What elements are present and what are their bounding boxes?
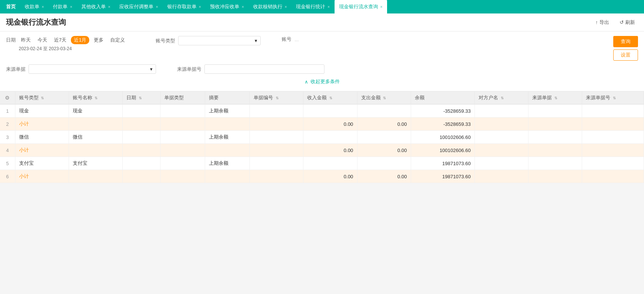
row-date bbox=[122, 157, 160, 170]
row-number: 6 bbox=[0, 170, 15, 183]
nav-close-ar-ap[interactable]: × bbox=[156, 0, 158, 13]
query-button[interactable]: 查询 bbox=[613, 36, 638, 47]
page-title: 现金银行流水查询 bbox=[6, 17, 66, 27]
col-source-doc[interactable]: 来源单据 ⇅ bbox=[528, 91, 582, 104]
row-account-name bbox=[69, 118, 122, 131]
row-balance: -3528659.33 bbox=[411, 118, 474, 131]
nav-cash-bank-query-label: 现金银行流水查询 bbox=[339, 0, 378, 13]
col-source-doc-no[interactable]: 来源单据号 ⇅ bbox=[582, 91, 644, 104]
sort-source-doc-no-icon: ⇅ bbox=[613, 96, 616, 100]
nav-receipts-label: 收款单 bbox=[25, 0, 39, 13]
export-button[interactable]: ↑ 导出 bbox=[593, 18, 612, 27]
source-doc-no-input[interactable] bbox=[204, 64, 324, 74]
row-summary: 上期余额 bbox=[205, 157, 249, 170]
date-opt-today[interactable]: 今天 bbox=[35, 36, 50, 44]
row-balance: 100102606.60 bbox=[411, 144, 474, 157]
nav-close-receipts[interactable]: × bbox=[42, 0, 44, 13]
row-account-type: 小计 bbox=[15, 144, 69, 157]
row-number: 4 bbox=[0, 144, 15, 157]
col-expense[interactable]: 支出金额 ⇅ bbox=[357, 91, 411, 104]
row-source-doc-no bbox=[582, 170, 644, 183]
row-expense bbox=[357, 131, 411, 144]
table-row[interactable]: 4小计0.000.00100102606.60 bbox=[0, 144, 644, 157]
row-doc-type bbox=[160, 170, 205, 183]
nav-close-cash-bank-stats[interactable]: × bbox=[327, 0, 330, 13]
nav-item-cash-bank-stats[interactable]: 现金银行统计 × bbox=[291, 0, 334, 13]
col-account-type[interactable]: 账号类型 ⇅ bbox=[15, 91, 69, 104]
row-source-doc-no bbox=[582, 144, 644, 157]
sort-source-doc-icon: ⇅ bbox=[554, 96, 557, 100]
nav-close-payments[interactable]: × bbox=[70, 0, 72, 13]
account-dots: ... bbox=[294, 37, 299, 42]
export-label: 导出 bbox=[599, 19, 609, 26]
row-doc-no bbox=[250, 118, 303, 131]
row-summary: 上期余额 bbox=[205, 104, 249, 118]
col-counterpart[interactable]: 对方户名 ⇅ bbox=[475, 91, 528, 104]
nav-close-cash-bank-query[interactable]: × bbox=[380, 0, 383, 13]
nav-item-receipt-verify[interactable]: 收款核销执行 × bbox=[249, 0, 291, 13]
nav-item-prepaid-ar[interactable]: 预收冲应收单 × bbox=[206, 0, 248, 13]
table-row[interactable]: 5支付宝支付宝上期余额19871073.60 bbox=[0, 157, 644, 170]
source-doc-select[interactable]: ▾ bbox=[29, 64, 156, 74]
col-summary: 摘要 bbox=[205, 91, 249, 104]
nav-close-bank-deposit[interactable]: × bbox=[199, 0, 201, 13]
row-income bbox=[303, 131, 357, 144]
data-table: ⚙ 账号类型 ⇅ 账号名称 ⇅ 日期 ⇅ 单据类型 摘要 单据编号 ⇅ 收入金额… bbox=[0, 91, 644, 183]
nav-item-payments[interactable]: 付款单 × bbox=[48, 0, 77, 13]
row-expense bbox=[357, 157, 411, 170]
row-counterpart bbox=[475, 170, 528, 183]
row-counterpart bbox=[475, 131, 528, 144]
collapse-label: 收起更多条件 bbox=[311, 78, 340, 85]
table-row[interactable]: 2小计0.000.00-3528659.33 bbox=[0, 118, 644, 131]
nav-item-home[interactable]: 首页 bbox=[2, 0, 20, 13]
row-doc-type bbox=[160, 131, 205, 144]
nav-close-other-income[interactable]: × bbox=[108, 0, 110, 13]
chevron-down-icon: ▾ bbox=[255, 38, 257, 43]
settings-button[interactable]: 设置 bbox=[613, 49, 638, 61]
date-opt-custom[interactable]: 自定义 bbox=[108, 36, 127, 44]
row-source-doc bbox=[528, 118, 582, 131]
nav-close-prepaid-ar[interactable]: × bbox=[242, 0, 244, 13]
table-row[interactable]: 1现金现金上期余额-3528659.33 bbox=[0, 104, 644, 118]
row-source-doc bbox=[528, 144, 582, 157]
col-income[interactable]: 收入金额 ⇅ bbox=[303, 91, 357, 104]
sort-doc-no-icon: ⇅ bbox=[276, 96, 279, 100]
nav-item-receipts[interactable]: 收款单 × bbox=[20, 0, 48, 13]
row-summary bbox=[205, 118, 249, 131]
date-opt-more[interactable]: 更多 bbox=[92, 36, 106, 44]
row-summary bbox=[205, 170, 249, 183]
row-balance: -3528659.33 bbox=[411, 104, 474, 118]
row-account-type: 微信 bbox=[15, 131, 69, 144]
row-doc-no bbox=[250, 144, 303, 157]
row-account-name: 现金 bbox=[69, 104, 122, 118]
row-source-doc-no bbox=[582, 157, 644, 170]
row-expense: 0.00 bbox=[357, 144, 411, 157]
nav-receipt-verify-label: 收款核销执行 bbox=[253, 0, 282, 13]
row-counterpart bbox=[475, 104, 528, 118]
nav-item-cash-bank-query[interactable]: 现金银行流水查询 × bbox=[335, 0, 387, 13]
row-number: 1 bbox=[0, 104, 15, 118]
table-row[interactable]: 6小计0.000.0019871073.60 bbox=[0, 170, 644, 183]
col-gear[interactable]: ⚙ bbox=[0, 91, 15, 104]
sort-account-name-icon: ⇅ bbox=[95, 96, 98, 100]
account-type-select[interactable]: ▾ bbox=[178, 36, 261, 45]
col-doc-no[interactable]: 单据编号 ⇅ bbox=[250, 91, 303, 104]
col-date[interactable]: 日期 ⇅ bbox=[122, 91, 160, 104]
table-row[interactable]: 3微信微信上期余额100102606.60 bbox=[0, 131, 644, 144]
header-actions: ↑ 导出 ↺ 刷新 bbox=[593, 18, 638, 27]
nav-item-ar-ap-adjust[interactable]: 应收应付调整单 × bbox=[115, 0, 162, 13]
refresh-button[interactable]: ↺ 刷新 bbox=[617, 18, 638, 27]
table-header: ⚙ 账号类型 ⇅ 账号名称 ⇅ 日期 ⇅ 单据类型 摘要 单据编号 ⇅ 收入金额… bbox=[0, 91, 644, 104]
sort-counterpart-icon: ⇅ bbox=[501, 96, 504, 100]
collapse-button[interactable]: ∧ 收起更多条件 bbox=[6, 77, 638, 87]
nav-item-bank-deposit[interactable]: 银行存取款单 × bbox=[163, 0, 206, 13]
source-doc-chevron-icon: ▾ bbox=[150, 66, 153, 72]
row-account-type: 小计 bbox=[15, 170, 69, 183]
date-opt-1month[interactable]: 近1月 bbox=[71, 36, 89, 44]
col-account-name[interactable]: 账号名称 ⇅ bbox=[69, 91, 122, 104]
date-opt-7days[interactable]: 近7天 bbox=[52, 36, 69, 44]
date-opt-yesterday[interactable]: 昨天 bbox=[19, 36, 33, 44]
nav-close-receipt-verify[interactable]: × bbox=[285, 0, 287, 13]
row-source-doc bbox=[528, 170, 582, 183]
nav-item-other-income[interactable]: 其他收入单 × bbox=[77, 0, 115, 13]
